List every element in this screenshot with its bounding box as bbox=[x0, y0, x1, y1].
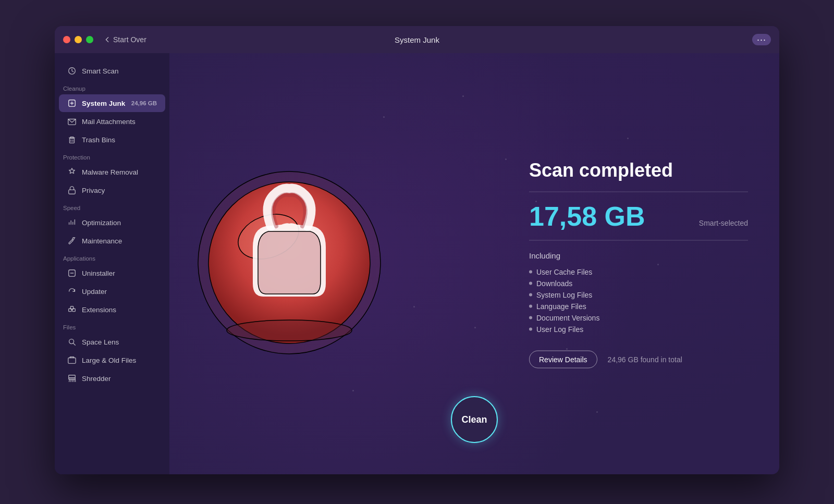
bullet-icon bbox=[529, 282, 532, 285]
close-button[interactable] bbox=[63, 36, 70, 43]
size-row: 17,58 GB Smart-selected bbox=[529, 203, 748, 230]
svg-rect-18 bbox=[68, 358, 76, 364]
file-list-item: User Cache Files bbox=[529, 266, 748, 278]
review-details-button[interactable]: Review Details bbox=[529, 351, 597, 368]
back-button[interactable]: Start Over bbox=[104, 35, 146, 44]
file-list-item: System Log Files bbox=[529, 289, 748, 301]
title-bar: Start Over System Junk ··· bbox=[55, 26, 779, 53]
svg-rect-3 bbox=[70, 138, 75, 143]
space-lens-label: Space Lens bbox=[82, 338, 119, 346]
applications-section-label: Applications bbox=[55, 250, 169, 264]
file-item-label: Downloads bbox=[536, 279, 572, 288]
smart-scan-icon bbox=[67, 66, 77, 76]
protection-section-label: Protection bbox=[55, 149, 169, 163]
trash-icon bbox=[67, 135, 77, 144]
file-list-item: Document Versions bbox=[529, 312, 748, 324]
svg-point-29 bbox=[227, 320, 352, 341]
optimization-label: Optimization bbox=[82, 219, 121, 227]
speed-section-label: Speed bbox=[55, 200, 169, 213]
updater-icon bbox=[67, 287, 77, 296]
scan-completed-title: Scan completed bbox=[529, 159, 748, 181]
uninstaller-icon bbox=[67, 268, 77, 278]
bg-dot bbox=[627, 138, 629, 139]
sidebar-item-trash-bins[interactable]: Trash Bins bbox=[59, 131, 165, 149]
file-list: User Cache FilesDownloadsSystem Log File… bbox=[529, 266, 748, 335]
bg-dot bbox=[383, 116, 385, 118]
system-junk-badge: 24,96 GB bbox=[131, 100, 157, 106]
space-lens-icon bbox=[67, 337, 77, 347]
file-item-label: User Log Files bbox=[536, 325, 583, 334]
shredder-icon bbox=[67, 374, 77, 383]
traffic-lights bbox=[63, 36, 93, 43]
sidebar-item-extensions[interactable]: Extensions bbox=[59, 301, 165, 318]
sidebar-item-shredder[interactable]: Shredder bbox=[59, 370, 165, 387]
system-junk-icon bbox=[67, 99, 77, 108]
uninstaller-label: Uninstaller bbox=[82, 269, 115, 277]
sidebar-item-mail-attachments[interactable]: Mail Attachments bbox=[59, 113, 165, 130]
bullet-icon bbox=[529, 328, 532, 331]
svg-rect-6 bbox=[69, 190, 76, 194]
file-list-item: Language Files bbox=[529, 301, 748, 312]
sidebar-item-updater[interactable]: Updater bbox=[59, 282, 165, 300]
maintenance-icon bbox=[67, 236, 77, 245]
including-label: Including bbox=[529, 251, 748, 260]
file-item-label: Document Versions bbox=[536, 314, 599, 322]
large-files-icon bbox=[67, 355, 77, 365]
trash-bins-label: Trash Bins bbox=[82, 136, 115, 144]
cleanup-section-label: Cleanup bbox=[55, 80, 169, 94]
more-options-button[interactable]: ··· bbox=[752, 34, 771, 45]
sidebar-item-system-junk[interactable]: System Junk 24,96 GB bbox=[59, 94, 165, 112]
malware-icon bbox=[67, 167, 77, 177]
found-total-label: 24,96 GB found in total bbox=[608, 355, 682, 364]
divider-top bbox=[529, 192, 748, 192]
system-junk-label: System Junk bbox=[82, 100, 125, 107]
bullet-icon bbox=[529, 316, 532, 319]
minimize-button[interactable] bbox=[75, 36, 82, 43]
maintenance-label: Maintenance bbox=[82, 237, 122, 245]
file-item-label: User Cache Files bbox=[536, 268, 592, 276]
file-item-label: System Log Files bbox=[536, 291, 592, 299]
app-icon bbox=[195, 169, 383, 357]
app-icon-container bbox=[195, 169, 383, 359]
svg-rect-19 bbox=[69, 375, 76, 378]
smart-scan-label: Smart Scan bbox=[82, 67, 119, 75]
mail-icon bbox=[67, 117, 77, 126]
svg-line-17 bbox=[73, 343, 76, 346]
back-label: Start Over bbox=[113, 35, 146, 44]
sidebar: Smart Scan Cleanup System Junk 24,96 GB … bbox=[55, 53, 169, 474]
bullet-icon bbox=[529, 293, 532, 297]
sidebar-item-privacy[interactable]: Privacy bbox=[59, 181, 165, 199]
right-panel: Scan completed 17,58 GB Smart-selected I… bbox=[169, 53, 779, 474]
sidebar-item-large-old-files[interactable]: Large & Old Files bbox=[59, 351, 165, 369]
maximize-button[interactable] bbox=[86, 36, 93, 43]
sidebar-item-space-lens[interactable]: Space Lens bbox=[59, 333, 165, 351]
svg-rect-25 bbox=[69, 378, 76, 379]
extensions-label: Extensions bbox=[82, 306, 116, 314]
info-panel: Scan completed 17,58 GB Smart-selected I… bbox=[529, 159, 748, 368]
sidebar-item-smart-scan[interactable]: Smart Scan bbox=[59, 62, 165, 80]
bg-dot bbox=[462, 95, 464, 97]
bullet-icon bbox=[529, 271, 532, 274]
sidebar-item-malware-removal[interactable]: Malware Removal bbox=[59, 163, 165, 181]
file-item-label: Language Files bbox=[536, 302, 586, 311]
extensions-icon bbox=[67, 305, 77, 314]
file-list-item: Downloads bbox=[529, 278, 748, 289]
clean-button[interactable]: Clean bbox=[451, 396, 498, 443]
bg-dot bbox=[505, 158, 507, 160]
privacy-icon bbox=[67, 186, 77, 195]
sidebar-item-maintenance[interactable]: Maintenance bbox=[59, 232, 165, 250]
large-old-files-label: Large & Old Files bbox=[82, 357, 136, 364]
bottom-row: Review Details 24,96 GB found in total bbox=[529, 351, 748, 368]
app-window: Start Over System Junk ··· Smart Scan Cl… bbox=[55, 26, 779, 474]
bg-dot bbox=[596, 411, 598, 413]
optimization-icon bbox=[67, 218, 77, 227]
sidebar-item-uninstaller[interactable]: Uninstaller bbox=[59, 264, 165, 282]
size-value: 17,58 GB bbox=[529, 203, 645, 230]
bullet-icon bbox=[529, 305, 532, 308]
sidebar-item-optimization[interactable]: Optimization bbox=[59, 214, 165, 231]
bg-dot bbox=[413, 306, 415, 308]
smart-selected-label: Smart-selected bbox=[699, 219, 748, 227]
main-content: Smart Scan Cleanup System Junk 24,96 GB … bbox=[55, 53, 779, 474]
divider-bottom bbox=[529, 240, 748, 241]
updater-label: Updater bbox=[82, 288, 107, 296]
